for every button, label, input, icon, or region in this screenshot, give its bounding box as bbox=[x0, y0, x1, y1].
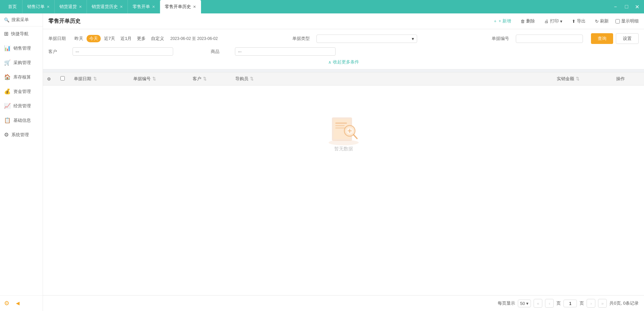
sidebar-item-quick-nav-label: 快捷导航 bbox=[11, 31, 29, 37]
total-text: 共0页, 0条记录 bbox=[609, 300, 639, 306]
print-button[interactable]: 🖨 打印 ▾ bbox=[542, 17, 565, 25]
tab-sales-order-close[interactable]: ✕ bbox=[47, 5, 50, 9]
refresh-button[interactable]: ↻ 刷新 bbox=[592, 17, 611, 25]
tab-retail-open-history[interactable]: 零售开单历史 ✕ bbox=[160, 0, 201, 13]
sidebar-item-basic-info-label: 基础信息 bbox=[13, 117, 31, 123]
query-button[interactable]: 查询 bbox=[591, 33, 613, 44]
display-detail-input[interactable] bbox=[615, 19, 620, 23]
sidebar-item-operations-label: 经营管理 bbox=[13, 103, 31, 109]
pagination: 每页显示 50 ▾ « ‹ 页 页 › » 共0页, 0条记录 bbox=[43, 295, 644, 311]
per-page-select[interactable]: 50 ▾ bbox=[518, 300, 531, 307]
sidebar-item-system-mgmt[interactable]: ⚙ 系统管理 bbox=[0, 127, 43, 142]
customer-filter-input[interactable]: ··· bbox=[72, 47, 173, 56]
per-page-label: 每页显示 bbox=[498, 300, 515, 306]
first-page-button[interactable]: « bbox=[534, 299, 542, 308]
date-opt-more[interactable]: 更多 bbox=[135, 35, 148, 42]
tab-sales-return-history[interactable]: 销货退货历史 ✕ bbox=[87, 0, 128, 13]
sidebar-search[interactable]: 🔍 搜索采单 bbox=[0, 13, 43, 27]
customer-filter-dots: ··· bbox=[76, 49, 79, 54]
content-area: 零售开单历史 ＋ + 新增 🗑 删除 🖨 打印 ▾ ⬆ 导出 bbox=[43, 13, 644, 311]
empty-state: 暂无数据 bbox=[43, 86, 644, 179]
product-filter-dots: ··· bbox=[238, 49, 242, 54]
next-page-button[interactable]: › bbox=[587, 299, 595, 308]
page-label: 页 bbox=[556, 300, 561, 306]
sidebar-item-sales-mgmt[interactable]: 📊 销售管理 bbox=[0, 41, 43, 55]
delete-button[interactable]: 🗑 删除 bbox=[518, 17, 538, 25]
select-all-checkbox[interactable] bbox=[60, 76, 65, 81]
tab-retail-open[interactable]: 零售开单 ✕ bbox=[128, 0, 160, 13]
type-filter-select[interactable]: ▾ bbox=[316, 35, 417, 43]
toolbar-actions: ＋ + 新增 🗑 删除 🖨 打印 ▾ ⬆ 导出 ↻ bbox=[490, 17, 639, 25]
page-number-input[interactable] bbox=[563, 300, 577, 307]
display-detail-label: 显示明细 bbox=[621, 18, 639, 24]
sales-mgmt-icon: 📊 bbox=[4, 45, 11, 51]
th-number-sort-icon: ⇅ bbox=[152, 76, 156, 81]
tab-sales-order[interactable]: 销售订单 ✕ bbox=[22, 0, 55, 13]
collapse-label: 收起更多条件 bbox=[333, 59, 359, 65]
new-button[interactable]: ＋ + 新增 bbox=[490, 17, 514, 25]
number-filter-input[interactable] bbox=[516, 35, 583, 43]
last-page-button[interactable]: » bbox=[598, 299, 607, 308]
print-label: 打印 bbox=[550, 18, 559, 24]
th-guide-sort-icon: ⇅ bbox=[250, 76, 254, 81]
system-mgmt-icon: ⚙ bbox=[4, 132, 9, 138]
close-button[interactable]: ✕ bbox=[633, 3, 641, 11]
tab-home[interactable]: 首页 bbox=[3, 0, 22, 13]
prev-page-icon: ‹ bbox=[549, 301, 550, 306]
tab-sales-return[interactable]: 销货退货 ✕ bbox=[55, 0, 87, 13]
th-guide-label: 导购员 bbox=[235, 76, 248, 81]
window-controls: － □ ✕ bbox=[611, 3, 641, 11]
th-settings[interactable]: ⚙ bbox=[43, 72, 56, 86]
th-guide[interactable]: 导购员 ⇅ bbox=[231, 72, 282, 86]
minimize-button[interactable]: － bbox=[611, 3, 620, 11]
display-detail-checkbox[interactable]: 显示明细 bbox=[615, 18, 639, 24]
collapse-button[interactable]: ∧ 收起更多条件 bbox=[48, 59, 639, 65]
product-filter-input[interactable]: ··· bbox=[235, 47, 336, 56]
last-page-icon: » bbox=[601, 301, 604, 306]
date-opt-yesterday[interactable]: 昨天 bbox=[72, 35, 85, 42]
sidebar-item-finance[interactable]: 💰 资金管理 bbox=[0, 84, 43, 99]
tab-retail-open-history-close[interactable]: ✕ bbox=[193, 5, 196, 9]
delete-label: 删除 bbox=[526, 18, 535, 24]
page-toolbar: 零售开单历史 ＋ + 新增 🗑 删除 🖨 打印 ▾ ⬆ 导出 bbox=[43, 13, 644, 29]
tab-sales-return-history-close[interactable]: ✕ bbox=[120, 5, 123, 9]
sidebar-item-purchase-mgmt[interactable]: 🛒 采购管理 bbox=[0, 55, 43, 70]
table-header-row: ⚙ 单据日期 ⇅ 单据编号 ⇅ 客户 ⇅ bbox=[43, 72, 644, 86]
th-customer[interactable]: 客户 ⇅ bbox=[189, 72, 231, 86]
search-icon: 🔍 bbox=[4, 17, 9, 22]
per-page-dropdown-icon: ▾ bbox=[526, 301, 529, 306]
sidebar-settings-icon[interactable]: ⚙ bbox=[4, 300, 9, 307]
prev-page-button[interactable]: ‹ bbox=[545, 299, 554, 308]
sidebar-item-quick-nav[interactable]: ⊞ 快捷导航 bbox=[0, 27, 43, 41]
sidebar-item-basic-info[interactable]: 📋 基础信息 bbox=[0, 113, 43, 127]
date-opt-last7[interactable]: 近7天 bbox=[102, 35, 117, 42]
maximize-button[interactable]: □ bbox=[623, 3, 630, 10]
refresh-label: 刷新 bbox=[600, 18, 609, 24]
sidebar-item-inventory[interactable]: 🏠 库存核算 bbox=[0, 70, 43, 84]
inventory-icon: 🏠 bbox=[4, 74, 11, 80]
th-checkbox[interactable] bbox=[56, 72, 70, 86]
filter-settings-button[interactable]: 设置 bbox=[616, 33, 639, 44]
sidebar-item-operations[interactable]: 📈 经营管理 bbox=[0, 99, 43, 113]
tab-retail-open-close[interactable]: ✕ bbox=[152, 5, 155, 9]
purchase-mgmt-icon: 🛒 bbox=[4, 59, 11, 66]
svg-rect-3 bbox=[335, 122, 347, 124]
date-opt-today[interactable]: 今天 bbox=[87, 35, 101, 42]
main-layout: 🔍 搜索采单 ⊞ 快捷导航 📊 销售管理 🛒 采购管理 🏠 库存核算 💰 资金管… bbox=[0, 13, 644, 311]
sidebar-collapse-icon[interactable]: ◄ bbox=[15, 300, 21, 307]
sidebar-item-system-mgmt-label: 系统管理 bbox=[11, 132, 29, 138]
th-date[interactable]: 单据日期 ⇅ bbox=[70, 72, 129, 86]
filter-row-1: 单据日期 昨天 今天 近7天 近1月 更多 自定义 2023-06-02 至 2… bbox=[48, 33, 639, 44]
tab-sales-return-close[interactable]: ✕ bbox=[79, 5, 82, 9]
date-opt-custom[interactable]: 自定义 bbox=[149, 35, 166, 42]
refresh-icon: ↻ bbox=[595, 19, 599, 24]
per-page-value: 50 bbox=[520, 301, 525, 306]
th-amount[interactable]: 实销金额 ⇅ bbox=[553, 72, 612, 86]
th-number[interactable]: 单据编号 ⇅ bbox=[129, 72, 189, 86]
export-button[interactable]: ⬆ 导出 bbox=[569, 17, 588, 25]
empty-state-icon bbox=[324, 112, 364, 146]
th-number-label: 单据编号 bbox=[133, 76, 151, 81]
date-opt-last1month[interactable]: 近1月 bbox=[118, 35, 134, 42]
delete-icon: 🗑 bbox=[521, 19, 525, 24]
next-page-icon: › bbox=[590, 301, 592, 306]
